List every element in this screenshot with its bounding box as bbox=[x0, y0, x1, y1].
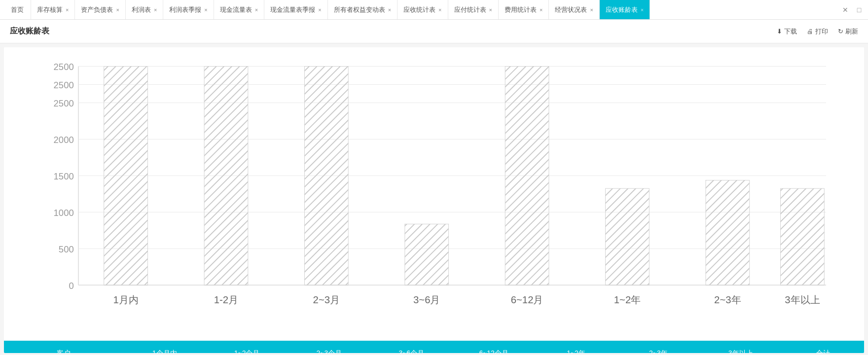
refresh-button[interactable]: ↻ 刷新 bbox=[838, 27, 858, 36]
table-header: 客户 1个月内 1~2个月 2~3个月 3~6个月 6~12个月 1~2年 2~… bbox=[4, 341, 864, 353]
th-1-2month: 1~2个月 bbox=[206, 349, 288, 353]
svg-rect-21 bbox=[304, 66, 348, 285]
tab-ap-stat-label: 应付统计表 bbox=[454, 5, 486, 14]
tab-ar-stat[interactable]: 应收统计表 × bbox=[398, 0, 448, 20]
tab-expense-stat-label: 费用统计表 bbox=[505, 5, 537, 14]
tab-inventory-label: 库存核算 bbox=[37, 5, 63, 14]
tab-cashflow-quarterly-label: 现金流量表季报 bbox=[270, 5, 315, 14]
th-customer: 客户 bbox=[4, 349, 123, 353]
svg-text:500: 500 bbox=[59, 244, 74, 254]
tab-bar: 首页 库存核算 × 资产负债表 × 利润表 × 利润表季报 × 现金流量表 × … bbox=[0, 0, 868, 20]
tab-profit-quarterly-close[interactable]: × bbox=[204, 7, 207, 13]
bar-chart: 0 500 1000 1500 2000 2500 2500 2500 bbox=[24, 57, 844, 331]
tab-ap-stat[interactable]: 应付统计表 × bbox=[448, 0, 499, 20]
chart-area: 0 500 1000 1500 2000 2500 2500 2500 bbox=[4, 47, 864, 341]
tab-ap-stat-close[interactable]: × bbox=[489, 7, 492, 13]
tab-ar-stat-label: 应收统计表 bbox=[403, 5, 435, 14]
tab-ar-aging-label: 应收账龄表 bbox=[606, 5, 638, 14]
svg-rect-24 bbox=[606, 188, 650, 285]
tab-cashflow-label: 现金流量表 bbox=[220, 5, 252, 14]
main-content: 0 500 1000 1500 2000 2500 2500 2500 bbox=[4, 47, 864, 353]
print-button[interactable]: 🖨 打印 bbox=[807, 27, 828, 36]
svg-text:2000: 2000 bbox=[54, 135, 74, 145]
tab-operation-close[interactable]: × bbox=[590, 7, 593, 13]
svg-rect-22 bbox=[405, 224, 449, 285]
tab-equity-label: 所有者权益变动表 bbox=[334, 5, 385, 14]
window-controls: ✕ □ bbox=[840, 5, 864, 15]
tab-profit-quarterly[interactable]: 利润表季报 × bbox=[163, 0, 214, 20]
tab-profit[interactable]: 利润表 × bbox=[126, 0, 163, 20]
th-1-2year: 1~2年 bbox=[535, 349, 617, 353]
tab-home[interactable]: 首页 bbox=[4, 0, 31, 20]
tab-cashflow-quarterly[interactable]: 现金流量表季报 × bbox=[264, 0, 327, 20]
svg-text:2~3月: 2~3月 bbox=[313, 294, 340, 305]
th-2-3month: 2~3个月 bbox=[288, 349, 370, 353]
svg-text:1500: 1500 bbox=[54, 171, 74, 181]
svg-text:1~2年: 1~2年 bbox=[614, 294, 641, 305]
th-3-6month: 3~6个月 bbox=[370, 349, 453, 353]
tab-profit-label: 利润表 bbox=[132, 5, 151, 14]
svg-text:6~12月: 6~12月 bbox=[511, 294, 543, 305]
tab-ar-stat-close[interactable]: × bbox=[438, 7, 441, 13]
tab-balance-close[interactable]: × bbox=[116, 7, 119, 13]
svg-text:1月内: 1月内 bbox=[113, 294, 138, 305]
svg-text:2~3年: 2~3年 bbox=[714, 294, 741, 305]
svg-text:0: 0 bbox=[69, 281, 73, 291]
tab-cashflow-close[interactable]: × bbox=[255, 7, 258, 13]
svg-rect-26 bbox=[781, 188, 825, 285]
th-3year-plus: 3年以上 bbox=[699, 349, 782, 353]
tab-equity-close[interactable]: × bbox=[388, 7, 391, 13]
svg-rect-19 bbox=[104, 66, 148, 285]
tab-expense-stat[interactable]: 费用统计表 × bbox=[499, 0, 549, 20]
refresh-icon: ↻ bbox=[838, 28, 843, 35]
page-header: 应收账龄表 ⬇ 下载 🖨 打印 ↻ 刷新 bbox=[0, 20, 868, 43]
svg-text:1-2月: 1-2月 bbox=[214, 294, 238, 305]
page-title: 应收账龄表 bbox=[10, 26, 49, 36]
tab-equity[interactable]: 所有者权益变动表 × bbox=[328, 0, 398, 20]
svg-text:2500: 2500 bbox=[54, 80, 74, 90]
tab-operation-label: 经营状况表 bbox=[555, 5, 587, 14]
th-1month: 1个月内 bbox=[123, 349, 206, 353]
minimize-button[interactable]: ✕ bbox=[840, 5, 850, 15]
svg-text:1000: 1000 bbox=[54, 208, 74, 218]
svg-rect-23 bbox=[505, 66, 549, 285]
th-total: 合计 bbox=[782, 349, 864, 353]
tab-balance[interactable]: 资产负债表 × bbox=[75, 0, 125, 20]
svg-text:2500: 2500 bbox=[54, 62, 74, 72]
tab-cashflow[interactable]: 现金流量表 × bbox=[214, 0, 264, 20]
svg-text:3年以上: 3年以上 bbox=[785, 294, 820, 305]
refresh-label: 刷新 bbox=[845, 27, 858, 36]
maximize-button[interactable]: □ bbox=[854, 5, 864, 15]
svg-rect-20 bbox=[204, 66, 248, 285]
svg-text:3~6月: 3~6月 bbox=[413, 294, 440, 305]
print-label: 打印 bbox=[815, 27, 828, 36]
tab-ar-aging[interactable]: 应收账龄表 × bbox=[600, 0, 650, 20]
tab-cashflow-quarterly-close[interactable]: × bbox=[318, 7, 321, 13]
download-icon: ⬇ bbox=[777, 28, 782, 35]
th-6-12month: 6~12个月 bbox=[453, 349, 535, 353]
download-button[interactable]: ⬇ 下载 bbox=[777, 27, 797, 36]
tab-profit-close[interactable]: × bbox=[154, 7, 157, 13]
tab-balance-label: 资产负债表 bbox=[81, 5, 113, 14]
page-actions: ⬇ 下载 🖨 打印 ↻ 刷新 bbox=[777, 27, 858, 36]
download-label: 下载 bbox=[784, 27, 797, 36]
svg-rect-25 bbox=[706, 180, 750, 285]
print-icon: 🖨 bbox=[807, 28, 813, 35]
th-2-3year: 2~3年 bbox=[617, 349, 699, 353]
tab-profit-quarterly-label: 利润表季报 bbox=[169, 5, 201, 14]
tab-inventory[interactable]: 库存核算 × bbox=[31, 0, 75, 20]
tab-operation[interactable]: 经营状况表 × bbox=[549, 0, 599, 20]
tab-expense-stat-close[interactable]: × bbox=[540, 7, 542, 13]
tab-ar-aging-close[interactable]: × bbox=[641, 7, 644, 13]
svg-text:2500: 2500 bbox=[54, 98, 74, 108]
tab-inventory-close[interactable]: × bbox=[66, 7, 69, 13]
